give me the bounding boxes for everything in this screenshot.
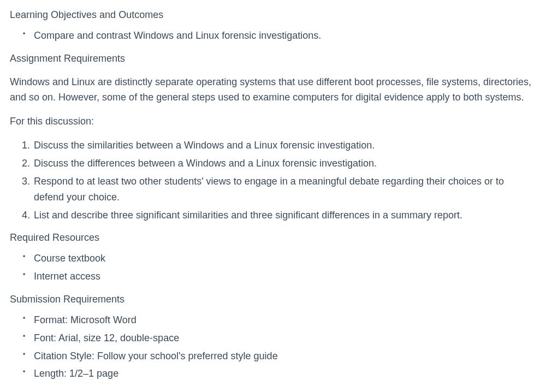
submission-list: Format: Microsoft Word Font: Arial, size… bbox=[10, 312, 536, 382]
list-item: Course textbook bbox=[25, 251, 536, 266]
list-item: Internet access bbox=[25, 269, 536, 284]
list-item: Discuss the similarities between a Windo… bbox=[33, 138, 536, 153]
list-item: Format: Microsoft Word bbox=[25, 312, 536, 328]
requirements-heading: Assignment Requirements bbox=[10, 51, 536, 66]
discussion-list: Discuss the similarities between a Windo… bbox=[10, 138, 536, 223]
list-item: List and describe three significant simi… bbox=[33, 207, 536, 223]
list-item: Compare and contrast Windows and Linux f… bbox=[25, 28, 536, 44]
list-item: Discuss the differences between a Window… bbox=[33, 156, 536, 171]
objectives-list: Compare and contrast Windows and Linux f… bbox=[10, 28, 536, 44]
requirements-intro: Windows and Linux are distinctly separat… bbox=[10, 75, 536, 105]
discussion-label: For this discussion: bbox=[10, 114, 536, 129]
resources-heading: Required Resources bbox=[10, 230, 536, 245]
list-item: Citation Style: Follow your school's pre… bbox=[25, 348, 536, 364]
list-item: Font: Arial, size 12, double-space bbox=[25, 330, 536, 346]
list-item: Length: 1/2–1 page bbox=[25, 366, 536, 382]
list-item: Respond to at least two other students' … bbox=[33, 174, 536, 205]
objectives-heading: Learning Objectives and Outcomes bbox=[10, 8, 536, 22]
resources-list: Course textbook Internet access bbox=[10, 251, 536, 284]
submission-heading: Submission Requirements bbox=[10, 292, 536, 307]
